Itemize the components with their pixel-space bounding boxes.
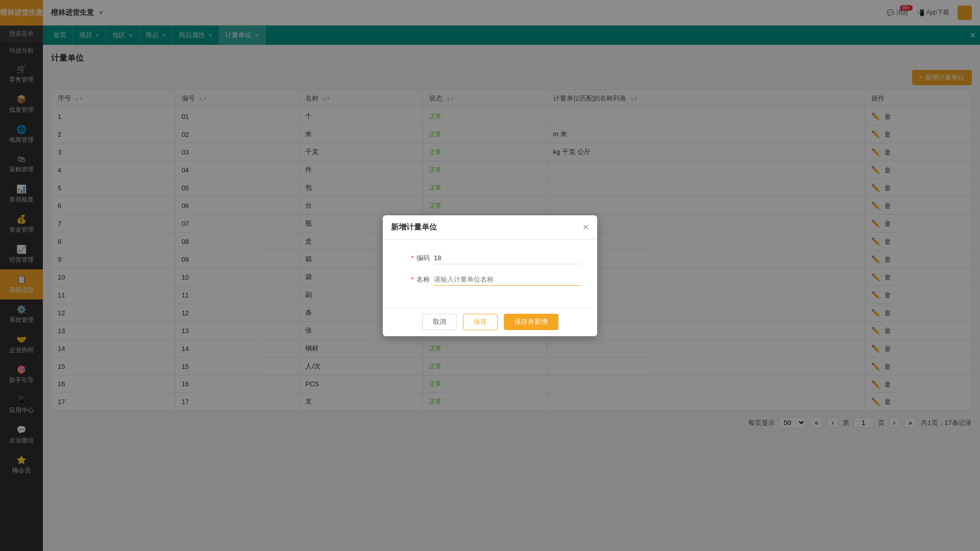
name-input[interactable] (434, 273, 581, 286)
save-button[interactable]: 保存 (463, 314, 498, 330)
code-label: * 编码 (399, 254, 430, 263)
modal-title: 新增计量单位 (391, 222, 437, 232)
modal-footer: 取消 保存 保存并新增 (383, 307, 597, 336)
add-unit-modal: 新增计量单位 ✕ * 编码 * 名称 取消 保存 保存并新增 (383, 215, 597, 336)
modal-overlay: 新增计量单位 ✕ * 编码 * 名称 取消 保存 保存并新增 (0, 0, 980, 551)
modal-header: 新增计量单位 ✕ (383, 215, 597, 240)
form-row-code: * 编码 (399, 252, 581, 264)
code-input[interactable] (434, 252, 581, 264)
name-label: * 名称 (399, 275, 430, 284)
form-row-name: * 名称 (399, 273, 581, 286)
modal-body: * 编码 * 名称 (383, 240, 597, 307)
save-and-new-button[interactable]: 保存并新增 (504, 314, 558, 330)
modal-close-button[interactable]: ✕ (582, 222, 589, 232)
cancel-button[interactable]: 取消 (422, 314, 457, 330)
